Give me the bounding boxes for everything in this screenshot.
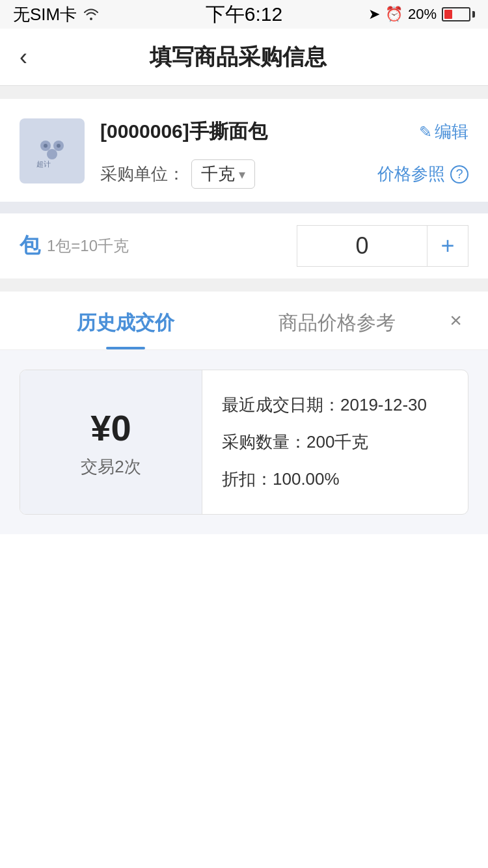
- qty-plus-button[interactable]: +: [427, 225, 468, 267]
- tab-header: 历史成交价 商品价格参考 ×: [0, 292, 488, 350]
- page-title: 填写商品采购信息: [34, 42, 442, 72]
- tab-close-button[interactable]: ×: [443, 302, 468, 339]
- question-icon: ?: [450, 165, 468, 183]
- battery-tip: [472, 11, 475, 18]
- chevron-down-icon: ▾: [239, 167, 245, 182]
- svg-point-2: [47, 149, 57, 159]
- unit-label: 采购单位：: [100, 163, 185, 185]
- quantity-input[interactable]: [297, 225, 427, 267]
- quantity-section: 包 1包=10千克 +: [0, 213, 488, 278]
- tab-section: 历史成交价 商品价格参考 × ¥0 交易2次 最近成交日期：2019-12-30…: [0, 292, 488, 534]
- qty-unit-badge: 包: [20, 232, 40, 260]
- unit-row: 采购单位： 千克 ▾ 价格参照 ?: [100, 159, 468, 189]
- price-card-right: 最近成交日期：2019-12-30 采购数量：200千克 折扣：100.00%: [202, 370, 468, 514]
- status-time: 下午6:12: [206, 1, 282, 28]
- edit-button[interactable]: ✎ 编辑: [419, 120, 468, 143]
- qty-conversion: 1包=10千克: [47, 236, 129, 256]
- price-detail-discount: 折扣：100.00%: [222, 467, 448, 492]
- qty-input-area: +: [297, 225, 468, 267]
- carrier-text: 无SIM卡: [13, 3, 77, 26]
- qty-unit-info: 包 1包=10千克: [20, 232, 297, 260]
- battery-percent: 20%: [408, 6, 437, 23]
- unit-select-dropdown[interactable]: 千克 ▾: [191, 159, 255, 189]
- product-row: 超计 [0000006]手撕面包 ✎ 编辑 采购单位： 千克 ▾: [20, 118, 468, 189]
- nav-bar: ‹ 填写商品采购信息: [0, 29, 488, 86]
- price-detail-qty: 采购数量：200千克: [222, 429, 448, 455]
- status-bar: 无SIM卡 下午6:12 ➤ ⏰ 20%: [0, 0, 488, 29]
- svg-text:超计: 超计: [36, 160, 51, 168]
- back-button[interactable]: ‹: [20, 37, 34, 77]
- battery-bar: [442, 7, 475, 21]
- product-name-row: [0000006]手撕面包 ✎ 编辑: [100, 118, 468, 145]
- status-right: ➤ ⏰ 20%: [368, 6, 475, 23]
- section-divider: [0, 202, 488, 213]
- product-section: 超计 [0000006]手撕面包 ✎ 编辑 采购单位： 千克 ▾: [0, 99, 488, 202]
- price-card-section: ¥0 交易2次 最近成交日期：2019-12-30 采购数量：200千克 折扣：…: [0, 350, 488, 534]
- price-card-left: ¥0 交易2次: [20, 370, 202, 514]
- product-thumbnail: 超计: [20, 118, 85, 183]
- price-card: ¥0 交易2次 最近成交日期：2019-12-30 采购数量：200千克 折扣：…: [20, 370, 468, 515]
- svg-point-4: [57, 144, 61, 148]
- battery-rect: [442, 7, 470, 21]
- alarm-icon: ⏰: [385, 6, 403, 23]
- svg-point-3: [44, 144, 47, 148]
- gps-icon: ➤: [368, 6, 380, 23]
- wifi-icon: [83, 5, 99, 25]
- price-detail-date: 最近成交日期：2019-12-30: [222, 392, 448, 418]
- status-left: 无SIM卡: [13, 3, 99, 26]
- price-ref-button[interactable]: 价格参照 ?: [377, 163, 468, 185]
- price-amount: ¥0: [90, 407, 131, 449]
- product-info: [0000006]手撕面包 ✎ 编辑 采购单位： 千克 ▾ 价格参照: [100, 118, 468, 189]
- product-name: [0000006]手撕面包: [100, 118, 267, 145]
- page-rest: [0, 534, 488, 868]
- edit-icon: ✎: [419, 123, 432, 141]
- tab-price-reference[interactable]: 商品价格参考: [232, 292, 444, 349]
- tab-historical-price[interactable]: 历史成交价: [20, 292, 232, 349]
- price-tx-count: 交易2次: [81, 455, 141, 478]
- unit-selector-area: 采购单位： 千克 ▾: [100, 159, 255, 189]
- battery-fill: [444, 10, 452, 19]
